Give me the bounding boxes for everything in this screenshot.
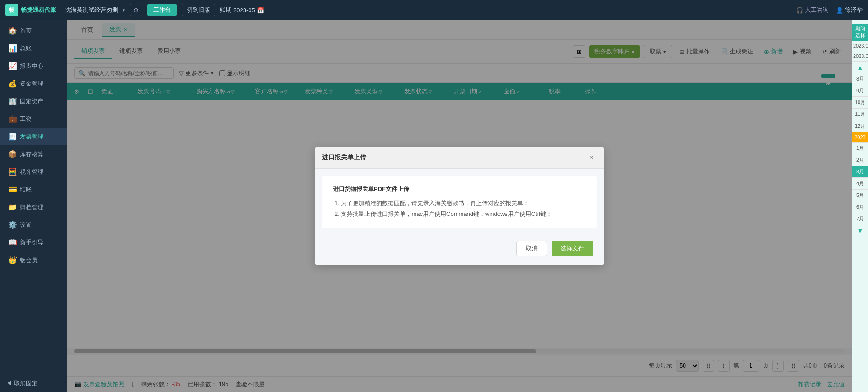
user-avatar-icon: 👤 (836, 7, 843, 14)
period-label: 账期 2023-05 📅 (220, 6, 264, 14)
period-item-4[interactable]: 10月 (852, 97, 868, 109)
report-icon: 📈 (8, 62, 16, 70)
assets-icon: 🏢 (8, 97, 16, 105)
modal-footer: 取消 选择文件 (315, 235, 604, 265)
sidebar-label-inventory: 库存核算 (20, 150, 43, 158)
app-logo: 畅 畅捷通易代账 (5, 4, 56, 16)
sidebar-item-archive[interactable]: 📁 归档管理 (0, 198, 67, 216)
inventory-icon: 📦 (8, 150, 16, 158)
checkout-icon: 💳 (8, 185, 16, 194)
sidebar: 🏠 首页 📊 总账 📈 报表中心 💰 资金管理 🏢 固定资产 💼 工资 🧾 发票… (0, 20, 67, 392)
modal-select-file-button[interactable]: 选择文件 (552, 241, 593, 256)
period-item-10[interactable]: 3月 (852, 166, 868, 178)
period-item-14[interactable]: 7月 (852, 213, 868, 225)
modal-close-button[interactable]: × (586, 152, 597, 163)
sidebar-label-home: 首页 (20, 27, 32, 35)
sidebar-item-home[interactable]: 🏠 首页 (0, 22, 67, 39)
sidebar-item-invoice[interactable]: 🧾 发票管理 (0, 128, 67, 145)
period-item-8[interactable]: 1月 (852, 143, 868, 154)
sidebar-item-fund[interactable]: 💰 资金管理 (0, 75, 67, 92)
period-item-1[interactable]: 2023.03 (852, 51, 868, 62)
modal-body: 进口货物报关单PDF文件上传 1. 为了更加精准的数据匹配，请先录入海关缴款书，… (322, 176, 597, 228)
settings-icon: ⚙️ (8, 220, 16, 229)
modal-instruction-1: 1. 为了更加精准的数据匹配，请先录入海关缴款书，再上传对应的报关单； (333, 198, 586, 208)
sidebar-item-guide[interactable]: 📖 新手引导 (0, 234, 67, 251)
sidebar-label-ledger: 总账 (20, 44, 32, 53)
period-header[interactable]: 期间选择 (852, 24, 868, 41)
sidebar-label-settings: 设置 (20, 221, 32, 229)
import-modal: 进口报关单上传 × 进口货物报关单PDF文件上传 1. 为了更加精准的数据匹配，… (315, 147, 604, 265)
modal-cancel-button[interactable]: 取消 (516, 241, 547, 256)
modal-instructions: 1. 为了更加精准的数据匹配，请先录入海关缴款书，再上传对应的报关单； 2. 支… (333, 198, 586, 219)
period-down-arrow[interactable]: ▼ (852, 225, 868, 237)
modal-header: 进口报关单上传 × (315, 147, 604, 169)
sidebar-item-vip[interactable]: 👑 畅会员 (0, 251, 67, 269)
home-icon: 🏠 (8, 26, 16, 35)
sidebar-item-salary[interactable]: 💼 工资 (0, 110, 67, 128)
service-icon: 🎧 (796, 7, 803, 14)
period-item-2[interactable]: 8月 (852, 73, 868, 85)
modal-instruction-2: 2. 支持批量上传进口报关单，mac用户使用Command键，windows用户… (333, 209, 586, 219)
topbar-right: 🎧 人工咨询 👤 徐泽华 (796, 6, 863, 14)
sidebar-label-invoice: 发票管理 (20, 133, 43, 141)
sidebar-item-ledger[interactable]: 📊 总账 (0, 39, 67, 57)
sidebar-label-vip: 畅会员 (20, 256, 38, 264)
sidebar-label-guide: 新手引导 (20, 239, 43, 247)
logo-icon: 畅 (5, 4, 18, 16)
sidebar-item-tax[interactable]: 🧮 税务管理 (0, 163, 67, 181)
calendar-icon[interactable]: 📅 (257, 7, 264, 14)
sidebar-label-tax: 税务管理 (20, 168, 43, 176)
sidebar-label-report: 报表中心 (20, 62, 43, 70)
period-item-6[interactable]: 12月 (852, 120, 868, 132)
modal-section-title: 进口货物报关单PDF文件上传 (333, 185, 586, 193)
period-item-9[interactable]: 2月 (852, 154, 868, 166)
invoice-icon: 🧾 (8, 132, 16, 141)
vip-icon: 👑 (8, 256, 16, 264)
sidebar-label-fund: 资金管理 (20, 80, 43, 88)
period-up-arrow[interactable]: ▲ (852, 62, 868, 73)
period-item-3[interactable]: 9月 (852, 85, 868, 97)
period-item-year[interactable]: 2023 (852, 132, 868, 143)
user-menu[interactable]: 👤 徐泽华 (836, 6, 863, 14)
ledger-icon: 📊 (8, 44, 16, 53)
company-name: 沈海英测试经营勿删 (65, 6, 118, 14)
content-area: 首页 发票 × 销项发票 进项发票 费用小票 (67, 20, 852, 392)
sidebar-item-assets[interactable]: 🏢 固定资产 (0, 92, 67, 110)
sidebar-item-inventory[interactable]: 📦 库存核算 (0, 145, 67, 163)
modal-title: 进口报关单上传 (322, 153, 366, 162)
sidebar-item-settings[interactable]: ⚙️ 设置 (0, 216, 67, 234)
tax-icon: 🧮 (8, 167, 16, 176)
fund-icon: 💰 (8, 79, 16, 88)
company-action-icon[interactable]: ⊙ (130, 4, 142, 16)
period-item-0[interactable]: 2023.03 (852, 41, 868, 51)
period-item-5[interactable]: 11月 (852, 109, 868, 120)
workspace-button[interactable]: 工作台 (147, 4, 177, 16)
sidebar-label-archive: 归档管理 (20, 203, 43, 211)
sidebar-label-assets: 固定资产 (20, 97, 43, 105)
switch-old-button[interactable]: 切到旧版 (182, 4, 215, 16)
period-item-11[interactable]: 4月 (852, 178, 868, 190)
main-layout: 🏠 首页 📊 总账 📈 报表中心 💰 资金管理 🏢 固定资产 💼 工资 🧾 发票… (0, 20, 868, 392)
sidebar-label-salary: 工资 (20, 115, 32, 123)
period-item-12[interactable]: 5月 (852, 190, 868, 201)
period-item-13[interactable]: 6月 (852, 201, 868, 213)
sidebar-collapse-button[interactable]: ◀ 取消固定 (0, 375, 67, 392)
modal-overlay: 进口报关单上传 × 进口货物报关单PDF文件上传 1. 为了更加精准的数据匹配，… (67, 20, 852, 392)
app-name: 畅捷通易代账 (21, 6, 56, 14)
guide-icon: 📖 (8, 238, 16, 247)
service-button[interactable]: 🎧 人工咨询 (796, 6, 829, 14)
topbar: 畅 畅捷通易代账 沈海英测试经营勿删 ▾ ⊙ 工作台 切到旧版 账期 2023-… (0, 0, 868, 20)
sidebar-label-checkout: 结账 (20, 186, 32, 194)
sidebar-item-report[interactable]: 📈 报表中心 (0, 57, 67, 75)
salary-icon: 💼 (8, 115, 16, 123)
right-panel: 期间选择 2023.03 2023.03 ▲ 8月 9月 10月 11月 12月… (852, 20, 868, 392)
company-dropdown-icon[interactable]: ▾ (123, 7, 125, 13)
sidebar-item-checkout[interactable]: 💳 结账 (0, 181, 67, 198)
archive-icon: 📁 (8, 203, 16, 211)
